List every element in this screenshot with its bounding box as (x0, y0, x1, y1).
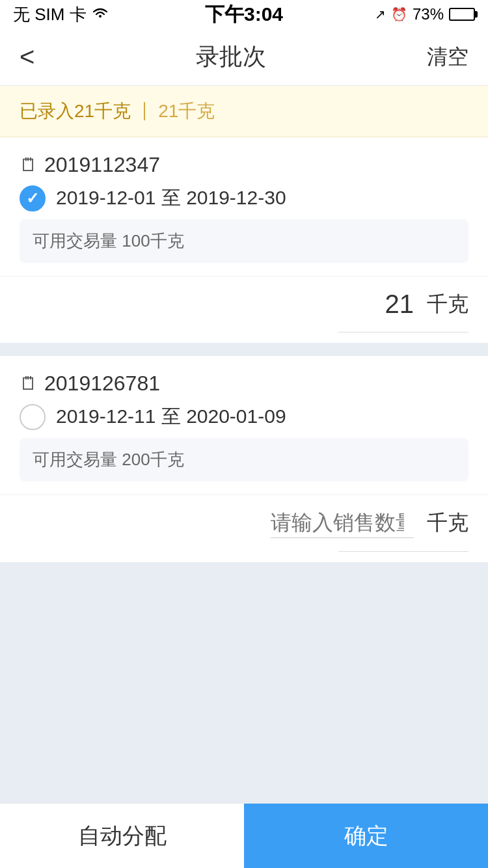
item-2-input[interactable] (271, 508, 414, 538)
item-2-radio[interactable] (20, 404, 46, 430)
info-divider (144, 102, 145, 120)
battery-icon (449, 8, 475, 21)
recorded-label: 已录入21千克 (20, 99, 131, 124)
nav-bar: < 录批次 清空 (0, 29, 488, 86)
item-1-value: 21 (375, 290, 414, 319)
item-1-date: 2019-12-01 至 2019-12-30 (56, 185, 286, 211)
recorded-amount: 21千克 (158, 99, 215, 124)
item-1-amount-row: 21 千克 (0, 276, 488, 332)
item-2-icon: 🗒 (20, 373, 38, 394)
item-1-unit: 千克 (427, 290, 468, 319)
page-title: 录批次 (196, 41, 266, 73)
item-2-avail: 可用交易量 200千克 (20, 438, 468, 481)
info-bar: 已录入21千克 21千克 (0, 86, 488, 137)
batch-item-1: 🗒 2019112347 2019-12-01 至 2019-12-30 可用交… (0, 137, 488, 343)
item-2-date-row[interactable]: 2019-12-11 至 2020-01-09 (0, 403, 488, 438)
item-1-date-row[interactable]: 2019-12-01 至 2019-12-30 (0, 185, 488, 219)
carrier-text: 无 SIM 卡 (13, 3, 87, 26)
location-icon: ↗ (375, 7, 386, 22)
status-time: 下午3:04 (205, 1, 283, 28)
clear-button[interactable]: 清空 (427, 43, 468, 72)
item-2-date: 2019-12-11 至 2020-01-09 (56, 403, 286, 430)
section-divider (0, 343, 488, 356)
item-1-radio[interactable] (20, 185, 46, 211)
back-button[interactable]: < (20, 42, 34, 72)
status-right: ↗ ⏰ 73% (375, 5, 475, 23)
item-1-icon: 🗒 (20, 154, 38, 176)
item-1-header: 🗒 2019112347 (0, 137, 488, 185)
bottom-bar: 自动分配 确定 (0, 803, 488, 868)
item-1-number: 2019112347 (44, 153, 160, 177)
item-2-amount-row: 千克 (0, 495, 488, 551)
alarm-icon: ⏰ (391, 7, 407, 22)
item-1-avail: 可用交易量 100千克 (20, 219, 468, 263)
item-2-number: 2019126781 (44, 372, 160, 396)
wifi-icon (92, 5, 109, 25)
item-2-unit: 千克 (427, 509, 468, 537)
item-2-header: 🗒 2019126781 (0, 356, 488, 403)
status-bar: 无 SIM 卡 下午3:04 ↗ ⏰ 73% (0, 0, 488, 29)
content-area: 🗒 2019112347 2019-12-01 至 2019-12-30 可用交… (0, 137, 488, 868)
battery-percent: 73% (413, 5, 444, 23)
auto-distribute-button[interactable]: 自动分配 (0, 804, 244, 868)
status-left: 无 SIM 卡 (13, 3, 109, 26)
confirm-button[interactable]: 确定 (244, 804, 488, 868)
batch-item-2: 🗒 2019126781 2019-12-11 至 2020-01-09 可用交… (0, 356, 488, 562)
